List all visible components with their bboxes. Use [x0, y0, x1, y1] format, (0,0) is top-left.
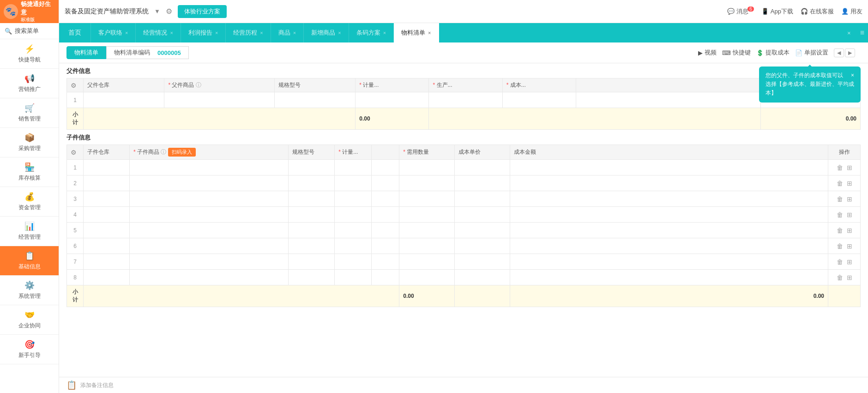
child-product-cell[interactable] [130, 191, 289, 207]
shortcut-btn[interactable]: ⌨ 快捷键 [722, 48, 751, 57]
child-cost-price-cell[interactable] [455, 223, 510, 238]
child-spec-cell[interactable] [289, 270, 335, 285]
child-unit-cell[interactable] [335, 238, 372, 254]
sidebar-item-quicknav[interactable]: ⚡ 快捷导航 [0, 39, 59, 69]
tab-history[interactable]: 经营历程 × [226, 23, 271, 42]
parent-warehouse-cell[interactable] [84, 92, 164, 108]
user-btn[interactable]: 👤 用友 [841, 7, 862, 16]
child-product-cell[interactable] [130, 223, 289, 238]
parent-product-cell[interactable] [164, 92, 274, 108]
sub-tab-bom-code[interactable]: 物料清单编码 0000005 [106, 46, 189, 59]
tab-profit[interactable]: 利润报告 × [181, 23, 226, 42]
app-download-btn[interactable]: 📱 App下载 [761, 7, 793, 16]
child-warehouse-cell[interactable] [84, 223, 130, 238]
sidebar-item-finance[interactable]: 💰 资金管理 [0, 187, 59, 217]
copy-icon[interactable]: ⊞ [847, 227, 852, 234]
delete-icon[interactable]: 🗑 [837, 211, 843, 218]
tab-profit-close[interactable]: × [215, 30, 218, 36]
delete-icon[interactable]: 🗑 [837, 227, 843, 234]
sidebar-item-operations[interactable]: 📊 经营管理 [0, 217, 59, 246]
close-all-tabs[interactable]: × [842, 30, 856, 36]
child-warehouse-cell[interactable] [84, 238, 130, 254]
sub-tab-bom-list[interactable]: 物料清单 [66, 46, 106, 59]
copy-icon[interactable]: ⊞ [847, 164, 852, 171]
next-btn[interactable]: ▶ [845, 48, 855, 57]
sidebar-item-basic[interactable]: 📋 基础信息 [0, 246, 59, 276]
child-spec-cell[interactable] [289, 207, 335, 223]
sidebar-item-inventory[interactable]: 🏪 库存核算 [0, 157, 59, 187]
tab-history-close[interactable]: × [260, 30, 263, 36]
online-service-btn[interactable]: 🎧 在线客服 [801, 7, 834, 16]
child-qty-cell[interactable] [399, 270, 455, 285]
tab-bom[interactable]: 物料清单 × [394, 23, 439, 42]
tab-barcode-close[interactable]: × [383, 30, 386, 36]
child-qty-cell[interactable] [399, 160, 455, 175]
child-cost-price-cell[interactable] [455, 254, 510, 270]
child-cost-price-cell[interactable] [455, 238, 510, 254]
child-cost-price-cell[interactable] [455, 270, 510, 285]
child-warehouse-cell[interactable] [84, 270, 130, 285]
prev-btn[interactable]: ◀ [834, 48, 844, 57]
tab-customers-close[interactable]: × [125, 30, 128, 36]
child-product-cell[interactable] [130, 254, 289, 270]
child-cost-price-cell[interactable] [455, 175, 510, 191]
child-unit-cell[interactable] [335, 191, 372, 207]
child-cost-price-cell[interactable] [455, 160, 510, 175]
tab-home[interactable]: 首页 [59, 23, 91, 42]
child-unit-cell[interactable] [335, 254, 372, 270]
sidebar-item-marketing[interactable]: 📢 营销推广 [0, 69, 59, 98]
message-btn[interactable]: 💬 消息 6 [727, 7, 754, 16]
child-unit-cell[interactable] [335, 175, 372, 191]
child-cost-price-cell[interactable] [455, 191, 510, 207]
child-spec-cell[interactable] [289, 223, 335, 238]
child-qty-cell[interactable] [399, 207, 455, 223]
child-warehouse-cell[interactable] [84, 191, 130, 207]
delete-icon[interactable]: 🗑 [837, 258, 843, 266]
child-product-cell[interactable] [130, 270, 289, 285]
sidebar-item-sales[interactable]: 🛒 销售管理 [0, 98, 59, 128]
child-qty-cell[interactable] [399, 254, 455, 270]
tab-new-products-close[interactable]: × [338, 30, 341, 36]
tab-products[interactable]: 商品 × [271, 23, 304, 42]
dropdown-icon[interactable]: ▼ [154, 8, 160, 15]
parent-cost-cell[interactable] [502, 92, 576, 108]
child-qty-cell[interactable] [399, 175, 455, 191]
sidebar-search[interactable]: 🔍 搜索菜单 [0, 23, 59, 39]
tab-operations-status-close[interactable]: × [170, 30, 173, 36]
trial-button[interactable]: 体验行业方案 [178, 5, 227, 18]
copy-icon[interactable]: ⊞ [847, 258, 852, 266]
child-qty-cell[interactable] [399, 238, 455, 254]
sidebar-item-guide[interactable]: 🎯 新手引导 [0, 335, 59, 364]
tab-barcode[interactable]: 条码方案 × [349, 23, 394, 42]
child-product-cell[interactable] [130, 175, 289, 191]
parent-unit-cell[interactable] [356, 92, 429, 108]
delete-icon[interactable]: 🗑 [837, 195, 843, 203]
tab-menu-icon[interactable]: ≡ [856, 29, 868, 37]
child-warehouse-cell[interactable] [84, 175, 130, 191]
scan-button[interactable]: 扫码录入 [168, 148, 196, 157]
view-video-btn[interactable]: ▶ 视频 [698, 48, 717, 57]
tab-products-close[interactable]: × [293, 30, 296, 36]
child-warehouse-cell[interactable] [84, 160, 130, 175]
child-spec-cell[interactable] [289, 175, 335, 191]
child-product-cell[interactable] [130, 160, 289, 175]
tab-bom-close[interactable]: × [428, 30, 431, 36]
tab-operations-status[interactable]: 经营情况 × [136, 23, 181, 42]
child-warehouse-cell[interactable] [84, 254, 130, 270]
child-qty-cell[interactable] [399, 223, 455, 238]
child-settings-icon[interactable]: ⚙ [71, 149, 77, 156]
parent-spec-cell[interactable] [274, 92, 355, 108]
child-product-cell[interactable] [130, 238, 289, 254]
sidebar-item-enterprise[interactable]: 🤝 企业协同 [0, 305, 59, 335]
copy-icon[interactable]: ⊞ [847, 242, 852, 250]
sidebar-item-purchase[interactable]: 📦 采购管理 [0, 128, 59, 157]
tab-customers[interactable]: 客户联络 × [91, 23, 136, 42]
tooltip-close[interactable]: × [851, 71, 854, 80]
settings-btn[interactable]: 📄 单据设置 [795, 48, 828, 57]
child-qty-cell[interactable] [399, 191, 455, 207]
delete-icon[interactable]: 🗑 [837, 164, 843, 171]
child-unit-cell[interactable] [335, 160, 372, 175]
delete-icon[interactable]: 🗑 [837, 180, 843, 187]
copy-icon[interactable]: ⊞ [847, 211, 852, 218]
child-unit-cell[interactable] [335, 270, 372, 285]
